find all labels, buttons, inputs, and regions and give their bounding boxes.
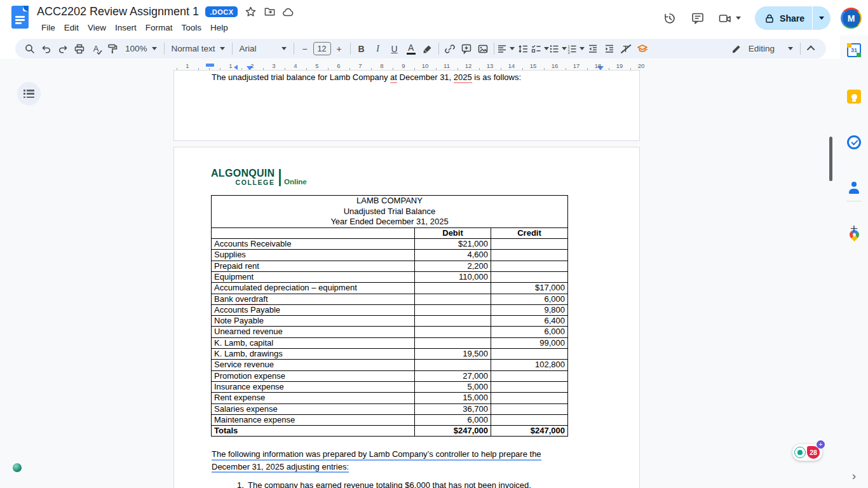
insert-image-icon[interactable] [475,41,491,57]
align-button[interactable] [497,41,515,57]
account-cell: K. Lamb, drawings [212,349,415,360]
debit-cell: 6,000 [415,414,491,425]
share-button[interactable]: Share [755,6,831,30]
highlight-color-button[interactable] [419,41,436,57]
font-select[interactable]: Arial [235,41,291,57]
document-title[interactable]: ACC2202 Review Assignment 1 [37,5,199,18]
increase-font-size-button[interactable]: + [331,41,348,57]
font-size-input[interactable]: 12 [313,42,331,55]
print-icon[interactable] [71,41,88,57]
credit-cell [491,239,568,250]
join-call-button[interactable] [718,11,741,25]
decrease-indent-icon[interactable] [585,41,601,57]
redo-icon[interactable] [55,41,71,57]
insert-link-icon[interactable] [442,41,458,57]
spellcheck-icon[interactable]: A [88,41,104,57]
move-to-folder-icon[interactable] [263,6,276,18]
scrollbar-thumb[interactable] [829,137,832,181]
ruler-number: 11 [444,62,450,69]
ruler-table-marker[interactable] [234,65,238,70]
account-avatar[interactable]: M [841,8,862,29]
text-color-button[interactable]: A [403,41,419,57]
topbar-actions: Share M [656,6,862,30]
account-cell: Note Payable [212,316,415,327]
bulleted-list-button[interactable] [549,41,567,57]
bold-button[interactable]: B [353,41,370,57]
checklist-button[interactable] [531,41,549,57]
debit-cell [415,327,491,337]
avatar-initial: M [843,10,860,27]
hide-side-panel-button[interactable]: › [852,469,856,483]
editing-mode-select[interactable]: Editing [727,41,797,57]
intro-paragraph[interactable]: The unadjusted trial balance for Lamb Co… [212,72,521,83]
ruler-margin-marker[interactable] [206,64,214,67]
decrease-font-size-button[interactable]: − [297,41,313,57]
menu-edit[interactable]: Edit [60,22,83,34]
account-cell: Accounts Receivable [212,239,415,250]
debit-cell: $21,000 [415,239,491,250]
numbered-list[interactable]: 1.The company has earned revenue totalin… [237,480,531,488]
get-add-ons-button[interactable]: + [847,222,861,236]
italic-button[interactable]: I [370,41,386,57]
version-history-icon[interactable] [662,11,677,26]
google-contacts-icon[interactable] [847,181,861,195]
credit-cell [491,261,568,271]
svg-text:3: 3 [567,50,569,54]
cloud-status-icon[interactable] [282,6,295,18]
zoom-select[interactable]: 100% [121,41,161,57]
page-2[interactable]: ALGONQUIN COLLEGE Online LAMB COMPANYUna… [173,147,640,488]
menu-format[interactable]: Format [141,22,177,34]
underline-button[interactable]: U [386,41,403,57]
styles-caret-icon [220,47,225,50]
menu-file[interactable]: File [37,22,60,34]
extension-badge[interactable]: 28 + [792,444,822,461]
star-icon[interactable] [244,6,257,18]
menu-tools[interactable]: Tools [177,22,207,34]
share-options-caret[interactable] [813,6,831,30]
toolbar-separator [294,43,294,55]
account-cell: Supplies [212,250,415,261]
numbered-list-caret-icon [580,47,585,50]
toolbar-separator [350,43,351,55]
google-docs-app: ACC2202 Review Assignment 1 .DOCX FileEd… [0,0,868,488]
list-number: 1. [237,480,248,488]
paint-format-icon[interactable] [104,41,121,57]
increase-indent-icon[interactable] [601,41,618,57]
line-spacing-icon[interactable] [515,41,531,57]
hide-menus-button[interactable] [803,41,820,57]
account-cell: Maintenance expense [212,414,415,425]
add-comment-icon[interactable] [458,41,475,57]
comments-icon[interactable] [690,11,705,26]
trial-balance-table[interactable]: LAMB COMPANYUnadjusted Trial BalanceYear… [211,195,568,437]
toolbar-separator [800,43,801,55]
google-tasks-icon[interactable] [847,135,861,149]
table-row: Accounts Receivable$21,000 [212,239,568,250]
menu-view[interactable]: View [83,22,111,34]
menu-insert[interactable]: Insert [111,22,141,34]
extension-plus-badge: + [817,440,825,449]
credit-cell: 6,400 [491,316,568,327]
clear-formatting-icon[interactable]: T [618,41,634,57]
account-cell: Totals [212,426,415,437]
numbered-list-button[interactable]: 123 [567,41,585,57]
search-menus-icon[interactable] [22,41,38,57]
formatting-toolbar: A 100% Normal text Arial − 12 + B I U A [15,39,826,58]
menu-bar: FileEditViewInsertFormatToolsHelp [37,22,295,34]
closing-paragraph[interactable]: The following information was prepared b… [212,449,593,474]
join-call-caret-icon [736,17,741,20]
google-calendar-icon[interactable]: 31 [847,43,861,57]
table-row: Supplies4,600 [212,250,568,261]
show-document-outline-button[interactable] [17,82,41,105]
extension-cap-icon[interactable] [634,41,651,57]
credit-cell: 102,800 [491,360,568,370]
toolbar-separator [164,43,165,55]
debit-cell [415,294,491,304]
google-docs-logo-icon[interactable] [11,6,29,29]
undo-icon[interactable] [38,41,55,57]
page-1[interactable]: The unadjusted trial balance for Lamb Co… [173,70,640,141]
spellcheck-flagged-word: at [390,72,397,83]
menu-help[interactable]: Help [206,22,233,34]
google-keep-icon[interactable] [847,90,861,104]
styles-select[interactable]: Normal text [167,41,229,57]
extension-dot-icon[interactable] [13,463,22,472]
